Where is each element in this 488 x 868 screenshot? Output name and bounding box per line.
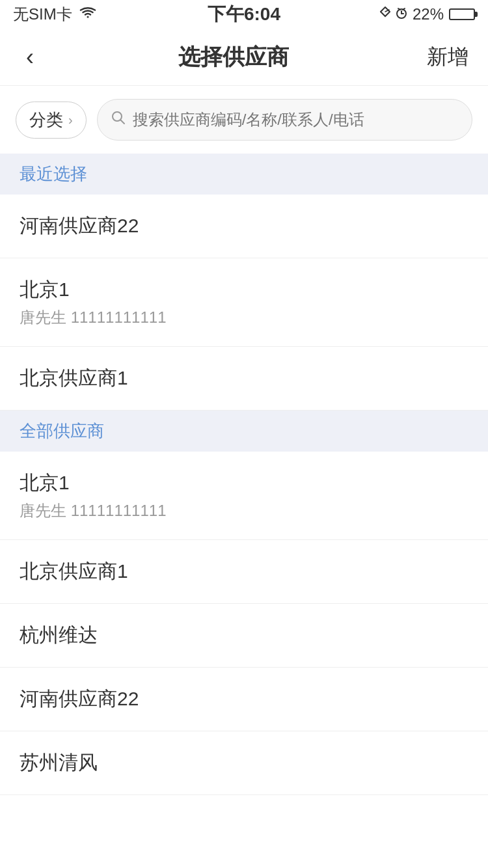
battery-icon xyxy=(449,8,475,20)
status-right: 22% xyxy=(380,5,475,23)
nav-bar: ‹ 选择供应商 新增 xyxy=(0,29,488,86)
item-name: 杭州维达 xyxy=(20,622,468,649)
battery-percent: 22% xyxy=(413,5,444,23)
status-bar: 无SIM卡 下午6:04 xyxy=(0,0,488,29)
list-item[interactable]: 北京1 唐先生 11111111111 xyxy=(0,258,488,347)
item-sub: 唐先生 11111111111 xyxy=(20,500,468,521)
all-items-list: 北京1 唐先生 11111111111北京供应商1 杭州维达 河南供应商22 苏… xyxy=(0,452,488,795)
chevron-right-icon: › xyxy=(68,113,73,128)
status-left: 无SIM卡 xyxy=(13,4,97,25)
item-name: 河南供应商22 xyxy=(20,213,468,239)
recent-items-list: 河南供应商22 北京1 唐先生 11111111111北京供应商1 xyxy=(0,195,488,411)
category-filter[interactable]: 分类 › xyxy=(16,102,87,139)
list-item[interactable]: 杭州维达 xyxy=(0,604,488,668)
add-button[interactable]: 新增 xyxy=(427,43,468,72)
carrier-label: 无SIM卡 xyxy=(13,4,72,25)
search-input[interactable] xyxy=(133,111,459,129)
recent-section-header: 最近选择 xyxy=(0,154,488,195)
list-item[interactable]: 河南供应商22 xyxy=(0,195,488,258)
list-item[interactable]: 河南供应商22 xyxy=(0,668,488,731)
alarm-icon xyxy=(396,5,407,23)
item-name: 苏州清风 xyxy=(20,750,468,776)
all-section-header: 全部供应商 xyxy=(0,411,488,452)
location-icon xyxy=(380,5,390,23)
wifi-icon xyxy=(79,5,97,23)
item-name: 河南供应商22 xyxy=(20,686,468,712)
list-item[interactable]: 北京供应商1 xyxy=(0,347,488,411)
all-section-label: 全部供应商 xyxy=(20,421,104,441)
back-button[interactable]: ‹ xyxy=(20,37,40,77)
svg-line-6 xyxy=(120,120,124,124)
item-sub: 唐先生 11111111111 xyxy=(20,307,468,328)
list-item[interactable]: 苏州清风 xyxy=(0,731,488,795)
search-icon xyxy=(111,109,126,130)
category-label: 分类 xyxy=(29,109,63,131)
filter-bar: 分类 › xyxy=(0,86,488,154)
list-item[interactable]: 北京1 唐先生 11111111111 xyxy=(0,452,488,540)
item-name: 北京1 xyxy=(20,277,468,303)
list-item[interactable]: 北京供应商1 xyxy=(0,540,488,604)
item-name: 北京供应商1 xyxy=(20,558,468,585)
item-name: 北京1 xyxy=(20,470,468,496)
page-title: 选择供应商 xyxy=(178,42,289,72)
item-name: 北京供应商1 xyxy=(20,365,468,392)
recent-section-label: 最近选择 xyxy=(20,164,87,183)
search-box[interactable] xyxy=(97,99,472,141)
status-time: 下午6:04 xyxy=(208,2,280,27)
